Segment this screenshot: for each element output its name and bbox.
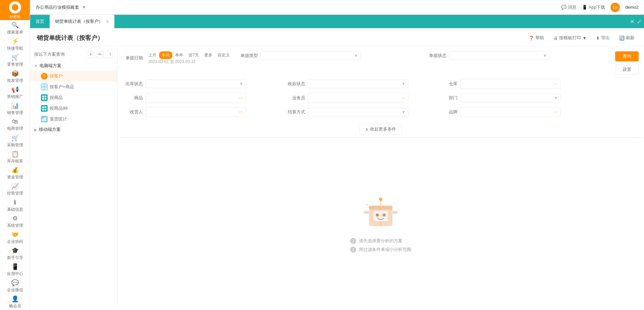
consignee-input[interactable]: ··· bbox=[146, 107, 246, 117]
tree-group-desktop-header[interactable]: ▼ 电脑端方案 bbox=[30, 61, 117, 71]
sidebar-item-label: 电商管理 bbox=[7, 126, 23, 132]
tree-item-by-goods99[interactable]: 按商品99 bbox=[30, 103, 117, 114]
goods-input[interactable]: ··· bbox=[146, 93, 246, 103]
filter-section: 单据日期 上月 本月 本年 近7天 更多 自定义 20 bbox=[117, 47, 644, 138]
consignee-more-icon[interactable]: ··· bbox=[239, 109, 243, 115]
tab-sales-stat[interactable]: 销货单统计表（按客户） ✕ bbox=[50, 15, 114, 28]
app-download-button[interactable]: 📱 App下载 bbox=[582, 4, 605, 10]
bill-type-input[interactable]: ▼ bbox=[261, 51, 361, 60]
bill-status-input[interactable]: ▼ bbox=[449, 51, 550, 60]
dept-group: 部门 ▼ bbox=[447, 94, 604, 102]
sidebar-item-marketing[interactable]: 📢 营销推广 bbox=[0, 85, 30, 101]
svg-rect-10 bbox=[42, 98, 44, 100]
goods-more-icon[interactable]: ··· bbox=[239, 95, 243, 101]
tree-item-by-goods[interactable]: 按商品 bbox=[30, 92, 117, 103]
warehouse-more-icon[interactable]: ··· bbox=[553, 81, 558, 87]
export-label: 导出 bbox=[601, 35, 610, 41]
empty-tips: 1 请先选择要分析的方案 2 用过滤条件来缩小分析范围 bbox=[350, 238, 411, 253]
tab-home[interactable]: 首页 bbox=[30, 15, 50, 28]
tree-item-return-stat-label: 退货统计 bbox=[50, 116, 67, 122]
sidebar-item-label: 企业协同 bbox=[7, 239, 23, 245]
brand-input[interactable]: ··· bbox=[460, 107, 561, 117]
message-button[interactable]: 💬 消息 bbox=[561, 4, 577, 10]
salesperson-more-icon[interactable]: ··· bbox=[401, 95, 406, 101]
print-button[interactable]: 🖨 按模板打印 ▼ bbox=[551, 34, 589, 42]
sidebar-item-purchase[interactable]: 🛒 采购管理 bbox=[0, 133, 30, 149]
dept-input[interactable]: ▼ bbox=[460, 94, 561, 102]
sidebar-item-shortcut[interactable]: ⚡ 快捷导航 bbox=[0, 36, 30, 52]
sidebar-item-basic[interactable]: ℹ 基础信息 bbox=[0, 197, 30, 213]
sidebar-logo[interactable]: 标准版 bbox=[0, 0, 30, 20]
export-button[interactable]: ⬇ 导出 bbox=[593, 34, 612, 42]
tab-expand-btn[interactable]: ⤢ bbox=[637, 18, 641, 25]
sidebar-item-wholesale[interactable]: 📦 批发管理 bbox=[0, 68, 30, 85]
by-customer-goods-icon bbox=[41, 84, 48, 90]
sidebar-item-appcenter[interactable]: 📱 应用中心 bbox=[0, 262, 30, 278]
settings-button[interactable]: 设置 bbox=[615, 64, 639, 75]
sidebar-item-enterprise[interactable]: 🤝 企业协同 bbox=[0, 229, 30, 246]
avatar[interactable]: Ea bbox=[610, 3, 620, 12]
sidebar-item-ecommerce[interactable]: 🛍 电商管理 bbox=[0, 117, 30, 133]
print-dropdown-icon[interactable]: ▼ bbox=[582, 36, 587, 41]
by-goods-icon bbox=[41, 94, 48, 101]
date-tab-custom[interactable]: 自定义 bbox=[215, 51, 232, 59]
receipt-status-input[interactable]: ▼ bbox=[308, 80, 409, 88]
tab-close-icon[interactable]: ✕ bbox=[106, 19, 109, 24]
tree-item-return-stat[interactable]: 退货统计 bbox=[30, 114, 117, 124]
sidebar-item-wechat[interactable]: 💬 企业微信 bbox=[0, 278, 30, 294]
date-tab-more[interactable]: 更多 bbox=[202, 51, 215, 59]
tree-group-mobile-header[interactable]: ▶ 移动端方案 bbox=[30, 124, 117, 135]
right-area: 单据日期 上月 本月 本年 近7天 更多 自定义 20 bbox=[117, 47, 644, 306]
out-status-input[interactable]: ▼ bbox=[146, 80, 246, 88]
receipt-status-label: 收款状态 bbox=[285, 81, 305, 87]
tip-2-text: 用过滤条件来缩小分析范围 bbox=[359, 247, 411, 253]
tab-close-btn[interactable]: ✕ bbox=[630, 18, 634, 25]
sidebar-item-sales[interactable]: 📊 销售管理 bbox=[0, 101, 30, 117]
tree-item-by-customer-goods[interactable]: 按客户+商品 bbox=[30, 82, 117, 92]
refresh-button[interactable]: 🔄 刷新 bbox=[616, 34, 637, 42]
empty-illustration: ★ ★ bbox=[361, 191, 401, 231]
payment-method-input[interactable]: ▼ bbox=[308, 108, 409, 116]
panel-collapse-btn[interactable]: 《 bbox=[106, 51, 113, 58]
return-stat-icon bbox=[41, 116, 48, 122]
logo-icon bbox=[9, 1, 21, 13]
sidebar-item-inventory[interactable]: 📋 库存核算 bbox=[0, 149, 30, 165]
query-button[interactable]: 查询 bbox=[615, 51, 639, 61]
tree-item-by-customer[interactable]: 客 按客户 bbox=[30, 71, 117, 82]
panel-header-actions: + ✏ 《 bbox=[87, 51, 113, 58]
svg-rect-8 bbox=[42, 96, 44, 97]
help-button[interactable]: ❓ 帮助 bbox=[526, 34, 547, 42]
date-tab-last7[interactable]: 近7天 bbox=[186, 51, 202, 59]
date-tab-this-month[interactable]: 本月 bbox=[159, 51, 172, 59]
sidebar-item-retail[interactable]: 🛒 零售管理 bbox=[0, 52, 30, 68]
sidebar-item-newbie[interactable]: 🎓 新手引导 bbox=[0, 246, 30, 262]
date-tab-prev[interactable]: 上月 bbox=[146, 51, 159, 59]
user-name[interactable]: demo2 bbox=[625, 5, 639, 10]
mobile-tree-toggle-icon: ▶ bbox=[34, 128, 37, 132]
sidebar-item-member[interactable]: 👤 畅会员 bbox=[0, 294, 30, 310]
panel-add-btn[interactable]: + bbox=[87, 51, 94, 58]
sidebar-item-operation[interactable]: 📈 经营管理 bbox=[0, 181, 30, 197]
operation-icon: 📈 bbox=[11, 183, 19, 190]
date-tab-this-year[interactable]: 本年 bbox=[172, 51, 186, 59]
sidebar-item-search[interactable]: 🔍 搜索菜单 bbox=[0, 20, 30, 36]
app-download-icon: 📱 bbox=[582, 5, 587, 10]
sidebar-item-system[interactable]: ⚙ 系统管理 bbox=[0, 213, 30, 229]
svg-rect-4 bbox=[45, 84, 47, 87]
sales-icon: 📊 bbox=[11, 102, 19, 109]
collapse-button[interactable]: ∧ 收起更多条件 bbox=[360, 124, 402, 135]
brand-more-icon[interactable]: ··· bbox=[553, 109, 558, 115]
tree-item-by-customer-goods-label: 按客户+商品 bbox=[50, 84, 74, 90]
bill-status-dropdown-icon: ▼ bbox=[543, 53, 547, 58]
empty-state-area: ★ ★ 1 请先选择要分析的方案 2 用过滤条件来缩小分析范围 bbox=[117, 138, 644, 306]
svg-rect-5 bbox=[42, 87, 44, 90]
warehouse-input[interactable]: ··· bbox=[460, 79, 561, 89]
salesperson-group: 业务员 ··· bbox=[285, 93, 442, 103]
salesperson-input[interactable]: ··· bbox=[308, 93, 409, 103]
refresh-label: 刷新 bbox=[626, 35, 635, 41]
header-dropdown-icon[interactable]: ▼ bbox=[82, 5, 86, 10]
panel-edit-btn[interactable]: ✏ bbox=[96, 51, 104, 58]
tree-item-by-goods99-label: 按商品99 bbox=[50, 105, 67, 111]
print-icon: 🖨 bbox=[553, 36, 558, 41]
sidebar-item-finance[interactable]: 💰 资金管理 bbox=[0, 165, 30, 181]
